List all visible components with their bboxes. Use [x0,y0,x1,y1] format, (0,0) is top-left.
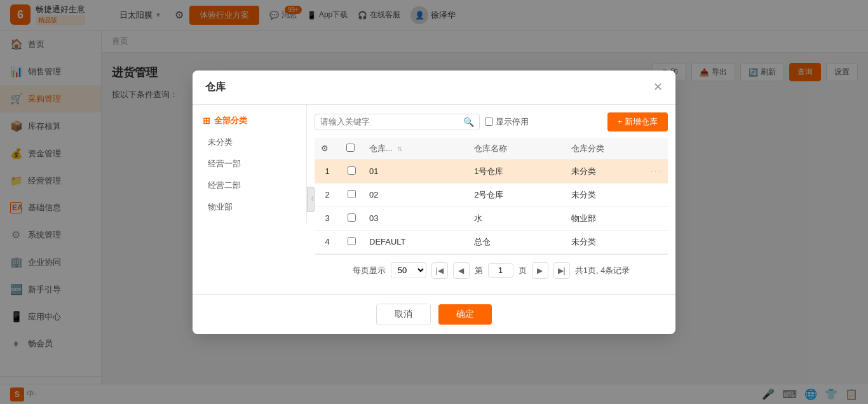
row-index-4: 4 [315,230,340,253]
row-checkbox-4[interactable] [348,237,356,245]
total-info: 共1页, 4条记录 [575,265,630,276]
table-row[interactable]: 3 03 水 物业部 [315,206,668,230]
category-item-2[interactable]: 经营二部 [193,175,306,196]
page-di-label: 第 [475,265,483,276]
grid-icon: ⊞ [203,116,210,126]
category-item-1[interactable]: 经营一部 [193,153,306,175]
row-check-1[interactable] [340,159,363,183]
col-name-label: 仓库名称 [474,144,507,153]
cat-label-0: 未分类 [208,137,233,147]
row-check-3[interactable] [340,206,363,230]
row-index-2: 2 [315,183,340,206]
row-cat-4: 未分类 [565,230,668,253]
col-settings[interactable]: ⚙ [315,138,340,160]
row-code-3: 03 [363,206,468,230]
next-page-btn[interactable]: ▶ [532,262,548,279]
table-row[interactable]: 1 01 1号仓库 未分类 ··· [315,159,668,183]
dialog-footer: 取消 确定 [193,294,675,334]
table-head: ⚙ 仓库... ⇅ 仓库名称 [315,138,668,160]
prev-page-btn[interactable]: ◀ [453,262,470,279]
row-check-4[interactable] [340,230,363,253]
select-all-checkbox[interactable] [346,144,355,152]
row-checkbox-2[interactable] [348,190,356,198]
dialog-close-button[interactable]: ✕ [653,81,663,93]
col-name: 仓库名称 [468,138,565,160]
cat-label-1: 经营一部 [208,159,241,168]
page-size-label: 每页显示 [353,265,386,276]
row-index-1: 1 [315,159,340,183]
category-item-3[interactable]: 物业部 [193,196,306,218]
table-row[interactable]: 4 DEFAULT 总仓 未分类 [315,230,668,253]
category-item-0[interactable]: 未分类 [193,131,306,153]
row-cat-2: 未分类 [565,183,668,206]
dialog-body: ⊞ 全部分类 未分类 经营一部 经营二部 物业部 [193,105,675,294]
table-row[interactable]: 2 02 2号仓库 未分类 [315,183,668,206]
page-size-select[interactable]: 50 20 100 [391,262,426,278]
page-ye-label: 页 [519,265,527,276]
row-check-2[interactable] [340,183,363,206]
col-code: 仓库... ⇅ [363,138,468,160]
warehouse-dialog: 仓库 ✕ ⊞ 全部分类 未分类 经营一部 [193,71,675,334]
show-disabled-text: 显示停用 [496,116,529,128]
page-number-input[interactable] [488,263,513,278]
all-categories-label: 全部分类 [214,115,247,126]
row-cat-3: 物业部 [565,206,668,230]
pagination: 每页显示 50 20 100 |◀ ◀ 第 页 ▶ ▶| 共1页, 4条记录 [315,254,668,286]
dialog-overlay: 仓库 ✕ ⊞ 全部分类 未分类 经营一部 [0,0,868,404]
row-code-2: 02 [363,183,468,206]
show-disabled-checkbox[interactable] [485,118,493,126]
table-area: 🔍 显示停用 + 新增仓库 ⚙ [307,105,675,294]
row-cat-1: 未分类 ··· [565,159,668,183]
cancel-button[interactable]: 取消 [376,304,431,325]
row-checkbox-1[interactable] [348,166,356,175]
search-icon[interactable]: 🔍 [463,117,474,127]
collapse-icon: 《 [308,195,314,203]
row-code-4: DEFAULT [363,230,468,253]
settings-col-icon: ⚙ [321,144,329,153]
row-name-2: 2号仓库 [468,183,565,206]
row-action-1[interactable]: ··· [651,166,661,175]
new-warehouse-button[interactable]: + 新增仓库 [607,112,668,131]
table-toolbar: 🔍 显示停用 + 新增仓库 [315,112,668,131]
dialog-title: 仓库 [205,81,226,94]
confirm-button[interactable]: 确定 [438,304,492,325]
col-cat-label: 仓库分类 [571,144,604,153]
warehouse-table: ⚙ 仓库... ⇅ 仓库名称 [315,138,668,254]
show-disabled-label[interactable]: 显示停用 [485,116,529,128]
search-box: 🔍 [315,114,480,130]
table-body: 1 01 1号仓库 未分类 ··· [315,159,668,253]
last-page-btn[interactable]: ▶| [553,262,570,279]
col-code-label: 仓库... [369,144,393,153]
dialog-header: 仓库 ✕ [193,71,675,105]
col-checkbox[interactable] [340,138,363,160]
row-code-1: 01 [363,159,468,183]
table-header-row: ⚙ 仓库... ⇅ 仓库名称 [315,138,668,160]
cat-label-2: 经营二部 [208,180,241,190]
category-sidebar: ⊞ 全部分类 未分类 经营一部 经营二部 物业部 [193,105,307,223]
table-scroll: ⚙ 仓库... ⇅ 仓库名称 [315,138,668,254]
category-collapse-btn[interactable]: 《 [307,187,315,212]
all-categories-item[interactable]: ⊞ 全部分类 [193,110,306,131]
row-name-1: 1号仓库 [468,159,565,183]
row-index-3: 3 [315,206,340,230]
search-input[interactable] [320,117,461,126]
cat-label-3: 物业部 [208,202,233,212]
code-sort-icon[interactable]: ⇅ [397,145,402,152]
row-checkbox-3[interactable] [348,213,356,222]
first-page-btn[interactable]: |◀ [431,262,448,279]
col-category: 仓库分类 [565,138,668,160]
row-name-3: 水 [468,206,565,230]
row-name-4: 总仓 [468,230,565,253]
